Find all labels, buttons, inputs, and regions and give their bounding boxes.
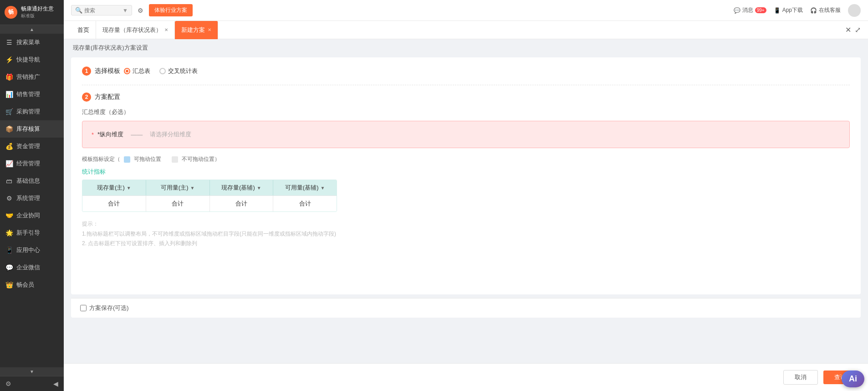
tips-item-1-text: 2. 点击标题栏下拉可设置排序、插入列和删除列 — [82, 240, 197, 247]
tab-close-btn[interactable]: ✕ — [845, 26, 851, 34]
online-service-group[interactable]: 🎧 在线客服 — [810, 6, 841, 14]
inventory-icon: 📦 — [5, 125, 13, 133]
radio-cross[interactable]: 交叉统计表 — [159, 67, 198, 75]
draggable-label: 可拖动位置 — [134, 155, 161, 163]
sidebar-footer: ⚙ ◀ — [0, 376, 64, 391]
vertical-dim-box[interactable]: * *纵向维度 —— 请选择分组维度 — [82, 121, 850, 148]
cancel-button[interactable]: 取消 — [783, 370, 818, 385]
radio-cross-label: 交叉统计表 — [168, 67, 198, 75]
col-dropdown-3[interactable]: ▼ — [321, 185, 325, 190]
sidebar-item-base[interactable]: 🗃 基础信息 — [0, 172, 64, 190]
sidebar-item-label: 资金管理 — [16, 142, 40, 150]
appcenter-icon: 📱 — [5, 247, 13, 254]
app-download-group[interactable]: 📱 App下载 — [774, 6, 803, 14]
tab-inventory-label: 现存量（库存状况表） — [102, 26, 162, 34]
metrics-label-text: 模板指标设定（ — [82, 155, 120, 163]
tab-expand-btn[interactable]: ⤢ — [855, 26, 861, 34]
quicknav-icon: ⚡ — [5, 56, 13, 63]
wechat-icon: 💬 — [5, 264, 13, 271]
summary-dim-label: 汇总维度（必选） — [82, 108, 850, 116]
sidebar-scroll-up[interactable]: ▲ — [0, 25, 64, 34]
search-dropdown-icon[interactable]: ▼ — [123, 7, 128, 14]
message-group[interactable]: 💬 消息 99+ — [734, 6, 766, 14]
tab-inventory-close[interactable]: ✕ — [164, 27, 168, 32]
message-label: 消息 — [742, 6, 753, 14]
sidebar-item-marketing[interactable]: 🎁 营销推广 — [0, 68, 64, 86]
search-menu-icon: ☰ — [5, 39, 13, 46]
page-title: 现存量(库存状况表)方案设置 — [73, 44, 148, 51]
tab-home[interactable]: 首页 — [71, 21, 96, 39]
col-dropdown-0[interactable]: ▼ — [127, 185, 131, 190]
search-input[interactable] — [84, 7, 121, 14]
sidebar-item-sales[interactable]: 📊 销售管理 — [0, 86, 64, 103]
sidebar-logo: 畅 畅康通好生意 标准版 — [0, 0, 64, 25]
step1-title: 选择模板 — [95, 67, 120, 75]
col-dropdown-2[interactable]: ▼ — [257, 185, 261, 190]
step1-section: 1 选择模板 汇总表 交叉统计表 — [82, 67, 850, 76]
sidebar-item-label: 搜索菜单 — [16, 38, 40, 46]
settings-icon[interactable]: ⚙ — [5, 380, 11, 387]
radio-summary[interactable]: 汇总表 — [124, 67, 150, 75]
trial-button[interactable]: 体验行业方案 — [149, 4, 193, 16]
sidebar-item-purchase[interactable]: 🛒 采购管理 — [0, 103, 64, 120]
sidebar-item-label: 库存核算 — [16, 125, 40, 133]
message-badge: 99+ — [755, 7, 766, 13]
sidebar-item-label: 新手引导 — [16, 229, 40, 237]
col-header-label-0: 现存量(主) — [97, 184, 125, 192]
stats-table-row: 合计 合计 合计 合计 — [82, 196, 337, 211]
save-checkbox[interactable] — [80, 305, 87, 311]
col-header-0[interactable]: 现存量(主) ▼ — [82, 180, 146, 196]
drag-indicator — [124, 156, 130, 163]
sidebar-item-inventory[interactable]: 📦 库存核算 — [0, 120, 64, 138]
col-cell-3: 合计 — [273, 196, 337, 211]
tips-item-0: 1.拖动标题栏可以调整布局，不可跨维度或指标区域拖动栏目字段(只能在同一维度或指… — [82, 229, 850, 239]
ai-badge[interactable]: Ai — [842, 370, 864, 387]
col-header-2[interactable]: 现存量(基辅) ▼ — [210, 180, 274, 196]
sidebar-item-operations[interactable]: 📈 经营管理 — [0, 155, 64, 172]
app-download-label: App下载 — [782, 6, 803, 14]
no-drag-indicator — [172, 156, 178, 163]
sidebar-item-system[interactable]: ⚙ 系统管理 — [0, 190, 64, 207]
collapse-icon[interactable]: ◀ — [53, 380, 58, 387]
topbar-right: 💬 消息 99+ 📱 App下载 🎧 在线客服 — [734, 4, 861, 17]
dim-dash: —— — [131, 131, 143, 138]
col-cell-2: 合计 — [210, 196, 274, 211]
tabs-bar: 首页 现存量（库存状况表） ✕ 新建方案 ✕ ✕ ⤢ — [64, 21, 868, 39]
col-header-1[interactable]: 可用量(主) ▼ — [146, 180, 210, 196]
stats-section: 统计指标 现存量(主) ▼ 可用量(主) ▼ — [82, 168, 850, 212]
sidebar-item-label: 系统管理 — [16, 194, 40, 202]
sidebar-item-quicknav[interactable]: ⚡ 快捷导航 — [0, 51, 64, 68]
sidebar-item-label: 企业微信 — [16, 263, 40, 272]
user-avatar[interactable] — [848, 4, 861, 17]
sidebar-item-newguide[interactable]: 🌟 新手引导 — [0, 224, 64, 242]
tab-inventory[interactable]: 现存量（库存状况表） ✕ — [96, 21, 175, 39]
sidebar-item-collab[interactable]: 🤝 企业协同 — [0, 207, 64, 224]
online-service-label: 在线客服 — [819, 6, 841, 14]
step1-header: 1 选择模板 汇总表 交叉统计表 — [82, 67, 850, 76]
radio-cross-circle — [159, 68, 166, 74]
stats-table-header: 现存量(主) ▼ 可用量(主) ▼ 现存量(基辅) ▼ — [82, 180, 337, 196]
stats-table: 现存量(主) ▼ 可用量(主) ▼ 现存量(基辅) ▼ — [82, 180, 337, 212]
sidebar-item-wechat[interactable]: 💬 企业微信 — [0, 259, 64, 276]
logo-text: 畅康通好生意 标准版 — [21, 5, 54, 19]
sidebar-item-label: 采购管理 — [16, 108, 40, 116]
step2-title: 方案配置 — [95, 93, 120, 101]
tab-home-label: 首页 — [77, 26, 89, 34]
tips-section: 提示： 1.拖动标题栏可以调整布局，不可跨维度或指标区域拖动栏目字段(只能在同一… — [82, 219, 850, 249]
col-dropdown-1[interactable]: ▼ — [190, 185, 195, 190]
tab-new-scheme[interactable]: 新建方案 ✕ — [175, 21, 218, 39]
sidebar-scroll-down[interactable]: ▼ — [0, 367, 64, 376]
tab-new-scheme-close[interactable]: ✕ — [208, 27, 211, 32]
topbar: 🔍 ▼ ⚙ 体验行业方案 💬 消息 99+ 📱 App下载 🎧 在线客服 — [64, 0, 868, 21]
gear-button[interactable]: ⚙ — [136, 5, 145, 16]
search-box[interactable]: 🔍 ▼ — [71, 5, 132, 15]
collab-icon: 🤝 — [5, 212, 13, 219]
sidebar-nav: ☰ 搜索菜单 ⚡ 快捷导航 🎁 营销推广 📊 销售管理 🛒 采购管理 📦 库存核… — [0, 34, 64, 367]
sidebar-item-member[interactable]: 👑 畅会员 — [0, 276, 64, 293]
headset-icon: 🎧 — [810, 7, 817, 14]
sidebar-item-finance[interactable]: 💰 资金管理 — [0, 138, 64, 155]
step2-badge: 2 — [82, 93, 91, 102]
col-header-3[interactable]: 可用量(基辅) ▼ — [273, 180, 337, 196]
sidebar-item-appcenter[interactable]: 📱 应用中心 — [0, 242, 64, 259]
sidebar-item-search[interactable]: ☰ 搜索菜单 — [0, 34, 64, 51]
